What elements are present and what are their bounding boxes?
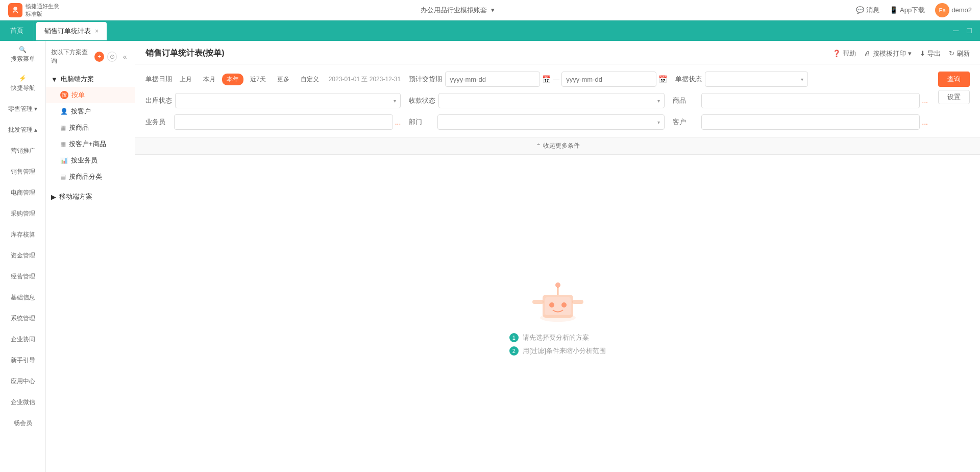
- sidebar-item-basic-info[interactable]: 基础信息: [0, 287, 45, 308]
- scheme-item-by-salesman[interactable]: 📊 按业务员: [46, 152, 135, 169]
- print-icon: 🖨: [864, 50, 871, 57]
- date-btn-this-month[interactable]: 本月: [199, 74, 220, 85]
- scheme-item-by-customer-goods[interactable]: ▦ 按客户+商品: [46, 136, 135, 152]
- content-area: 按以下方案查询 + ⊙ « ▼ 电脑端方案: [46, 41, 980, 472]
- minimize-icon[interactable]: ─: [953, 26, 959, 35]
- dept-label: 部门: [409, 117, 434, 127]
- page-title: 销售订单统计表(按单): [145, 48, 225, 59]
- date-btn-more[interactable]: 更多: [273, 74, 294, 85]
- expected-date-group: 📅 — 📅: [445, 72, 667, 87]
- sidebar-item-inventory[interactable]: 库存核算: [0, 224, 45, 245]
- filter-cell-expected-date: 预计交货期 📅 — 📅: [409, 72, 667, 87]
- tab-home[interactable]: 首页: [0, 20, 34, 41]
- topbar-breadcrumb[interactable]: 办公用品行业模拟账套 ▾: [421, 6, 495, 15]
- goods-input[interactable]: [701, 93, 920, 108]
- sidebar-item-enterprise[interactable]: 企业协同: [0, 329, 45, 350]
- customer-ellipsis[interactable]: ...: [922, 118, 928, 126]
- filter-cell-shipment: 出库状态 ▾: [145, 93, 401, 108]
- sidebar-item-wholesale[interactable]: 批发管理 ▴: [0, 120, 45, 140]
- goods-label: 商品: [673, 96, 698, 105]
- sidebar-item-operations[interactable]: 经营管理: [0, 266, 45, 287]
- sidebar-item-ecommerce[interactable]: 电商管理: [0, 182, 45, 203]
- date-btn-7-days[interactable]: 近7天: [246, 74, 271, 85]
- date-label: 单据日期: [145, 75, 172, 84]
- filter-row-1: 单据日期 上月 本月 本年 近7天 更多 自定义: [145, 72, 928, 87]
- collapse-more-btn[interactable]: ⌃ 收起更多条件: [135, 137, 980, 155]
- setting-scheme-button[interactable]: ⊙: [107, 52, 117, 62]
- expected-date-end-input[interactable]: [561, 72, 656, 87]
- sidebar-item-finance[interactable]: 资金管理: [0, 245, 45, 266]
- page-header: 销售订单统计表(按单) ❓ 帮助 🖨 按模板打印 ▾ ⬇: [135, 41, 980, 64]
- date-btn-this-year[interactable]: 本年: [222, 74, 243, 85]
- scheme-item-by-goods[interactable]: ▦ 按商品: [46, 120, 135, 136]
- scheme-item-by-category[interactable]: ▤ 按商品分类: [46, 169, 135, 185]
- scheme-group-pc-header[interactable]: ▼ 电脑端方案: [46, 72, 135, 87]
- sidebar-item-guide[interactable]: 新手引导: [0, 350, 45, 371]
- print-button[interactable]: 🖨 按模板打印 ▾: [864, 49, 912, 58]
- tabbar-right: ─ □: [953, 26, 980, 35]
- query-buttons: 查询 设置: [938, 72, 970, 130]
- shipment-select[interactable]: ▾: [175, 93, 401, 108]
- query-button[interactable]: 查询: [938, 72, 970, 87]
- sidebar-item-membership[interactable]: 畅会员: [0, 413, 45, 434]
- date-btn-custom[interactable]: 自定义: [296, 74, 324, 85]
- goods-ellipsis[interactable]: ...: [922, 97, 928, 105]
- sidebar-item-sales[interactable]: 销售管理: [0, 161, 45, 182]
- maximize-icon[interactable]: □: [967, 26, 972, 35]
- sidebar-item-marketing[interactable]: 营销推广: [0, 140, 45, 161]
- customer-input[interactable]: [701, 114, 920, 130]
- export-icon: ⬇: [920, 50, 925, 57]
- sidebar-item-retail[interactable]: 零售管理 ▾: [0, 99, 45, 120]
- date-range-display: 2023-01-01 至 2023-12-31: [329, 75, 401, 84]
- collapse-panel-button[interactable]: «: [120, 52, 130, 62]
- scheme-group-mobile-header[interactable]: ▶ 移动端方案: [46, 189, 135, 204]
- svg-point-4: [549, 302, 554, 308]
- logo-icon: [8, 3, 22, 17]
- date-buttons: 上月 本月 本年 近7天 更多 自定义: [175, 74, 324, 85]
- svg-rect-8: [532, 300, 544, 304]
- sidebar-item-apps[interactable]: 应用中心: [0, 371, 45, 392]
- by-order-icon: 按: [60, 91, 68, 99]
- date-btn-last-month[interactable]: 上月: [175, 74, 197, 85]
- by-customer-goods-icon: ▦: [60, 140, 66, 148]
- export-button[interactable]: ⬇ 导出: [920, 49, 941, 58]
- calendar-start-icon[interactable]: 📅: [542, 75, 551, 83]
- status-select[interactable]: ▾: [705, 72, 808, 87]
- setting-icon: ⊙: [110, 53, 115, 60]
- collapse-arrow-icon: ⌃: [536, 143, 541, 150]
- sidebar-item-purchase[interactable]: 采购管理: [0, 203, 45, 224]
- filter-cell-status: 单据状态 ▾: [675, 72, 808, 87]
- help-button[interactable]: ❓ 帮助: [832, 49, 856, 58]
- salesman-ellipsis[interactable]: ...: [395, 118, 401, 126]
- tabbar: 首页 销售订单统计表 × ─ □: [0, 20, 980, 41]
- quick-nav-icon: ⚡: [19, 75, 27, 82]
- app-download-button[interactable]: 📱 App下载: [890, 6, 925, 15]
- message-button[interactable]: 💬 消息: [856, 6, 879, 15]
- expected-date-start-input[interactable]: [445, 72, 540, 87]
- empty-illustration: [527, 272, 589, 323]
- settings-button[interactable]: 设置: [938, 90, 970, 104]
- dept-select[interactable]: ▾: [437, 114, 664, 130]
- dept-select-arrow-icon: ▾: [657, 120, 660, 125]
- collapse-icon: «: [123, 53, 127, 61]
- filter-wrapper: 单据日期 上月 本月 本年 近7天 更多 自定义: [145, 72, 970, 130]
- search-menu[interactable]: 🔍 搜索菜单: [0, 41, 45, 68]
- scheme-item-by-order[interactable]: 按 按单: [46, 87, 135, 103]
- scheme-item-by-customer[interactable]: 👤 按客户: [46, 103, 135, 120]
- svg-point-7: [555, 282, 560, 288]
- sidebar-item-quick-nav[interactable]: ⚡ 快捷导航: [0, 68, 45, 99]
- payment-select[interactable]: ▾: [438, 93, 664, 108]
- by-customer-icon: 👤: [60, 108, 68, 115]
- right-main: 销售订单统计表(按单) ❓ 帮助 🖨 按模板打印 ▾ ⬇: [135, 41, 980, 472]
- filter-conditions: 单据日期 上月 本月 本年 近7天 更多 自定义: [145, 72, 928, 130]
- tab-close-icon[interactable]: ×: [95, 28, 99, 35]
- tab-sales-order-stats[interactable]: 销售订单统计表 ×: [36, 22, 107, 40]
- user-menu[interactable]: Ea demo2: [935, 3, 972, 17]
- refresh-button[interactable]: ↻ 刷新: [949, 49, 970, 58]
- sidebar-item-system[interactable]: 系统管理: [0, 308, 45, 329]
- sidebar-item-wechat[interactable]: 企业微信: [0, 392, 45, 413]
- salesman-input[interactable]: [174, 114, 393, 130]
- content-inner: 按以下方案查询 + ⊙ « ▼ 电脑端方案: [46, 41, 980, 472]
- calendar-end-icon[interactable]: 📅: [658, 75, 667, 83]
- add-scheme-button[interactable]: +: [94, 52, 104, 62]
